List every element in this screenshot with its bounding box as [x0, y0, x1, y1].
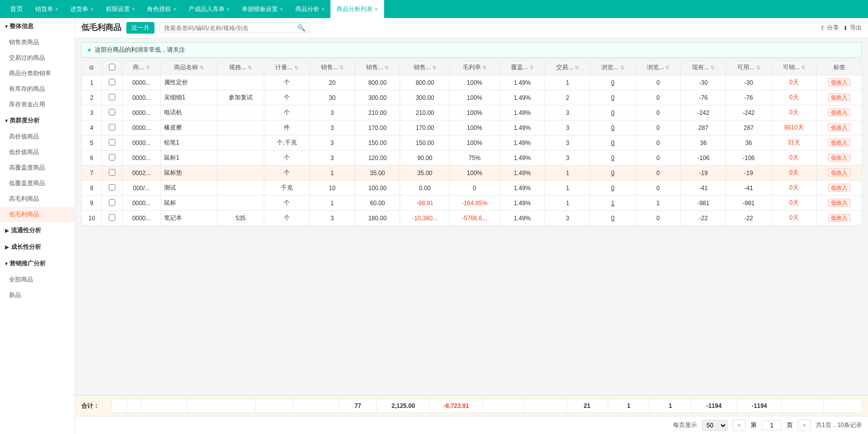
row-checkbox[interactable]: [109, 154, 115, 161]
close-permissions-icon[interactable]: ×: [132, 6, 135, 12]
period-button[interactable]: 近一月: [126, 22, 154, 34]
row-checkbox-cell[interactable]: [102, 181, 122, 196]
nav-template-settings[interactable]: 单据模板设置 ×: [236, 0, 289, 18]
views1-link[interactable]: 0: [611, 170, 615, 177]
row-views1[interactable]: 0: [590, 151, 635, 166]
col-current-stock[interactable]: 现有... ⇅: [681, 60, 726, 75]
sidebar-item-low-margin[interactable]: 低毛利商品: [0, 207, 75, 222]
row-views1[interactable]: 1: [590, 196, 635, 211]
sidebar-section-marketing[interactable]: ▾ 营销推广分析: [0, 255, 75, 272]
col-gross-margin[interactable]: 毛利率 ⇅: [450, 60, 500, 75]
share-button[interactable]: ⇧ 分享: [820, 24, 839, 32]
nav-product-analysis[interactable]: 商品分析 ×: [289, 0, 330, 18]
col-settings[interactable]: ⚙: [82, 60, 102, 75]
row-views1[interactable]: 0: [590, 135, 635, 151]
sidebar-section-flow[interactable]: ▶ 流通性分析: [0, 222, 75, 239]
sidebar-section-overall[interactable]: ▾ 整体信息: [0, 18, 75, 35]
col-sellable-days[interactable]: 可销... ⇅: [771, 60, 816, 75]
row-checkbox-cell[interactable]: [102, 90, 122, 105]
close-purchase-icon[interactable]: ×: [90, 6, 93, 12]
col-sales-profit[interactable]: 销售... ⇅: [400, 60, 450, 75]
row-checkbox[interactable]: [109, 124, 115, 130]
nav-roles[interactable]: 角色授权 ×: [141, 0, 182, 18]
export-button[interactable]: ⬇ 导出: [843, 24, 862, 32]
page-size-select[interactable]: 50 100: [702, 420, 728, 431]
col-code[interactable]: 商... ⇅: [122, 60, 161, 75]
row-checkbox-cell[interactable]: [102, 211, 122, 226]
views1-link[interactable]: 0: [611, 215, 615, 222]
prev-page-button[interactable]: ＜: [733, 419, 746, 431]
col-unit[interactable]: 计量... ⇅: [264, 60, 309, 75]
row-checkbox-cell[interactable]: [102, 120, 122, 135]
row-views1[interactable]: 0: [590, 105, 635, 120]
sidebar-item-low-value[interactable]: 低价值商品: [0, 144, 75, 160]
row-checkbox[interactable]: [109, 94, 115, 100]
row-checkbox[interactable]: [109, 79, 115, 85]
row-views1[interactable]: 0: [590, 181, 635, 196]
col-spec[interactable]: 规格... ⇅: [217, 60, 264, 75]
sidebar-item-all-goods[interactable]: 全部商品: [0, 272, 75, 287]
row-views1[interactable]: 0: [590, 166, 635, 181]
sidebar-section-cluster[interactable]: ▾ 类群度分析: [0, 112, 75, 129]
row-checkbox-cell[interactable]: [102, 75, 122, 90]
sidebar-item-new-goods[interactable]: 新品: [0, 287, 75, 303]
row-checkbox-cell[interactable]: [102, 105, 122, 120]
col-views1[interactable]: 浏览... ⇅: [590, 60, 635, 75]
views1-link[interactable]: 0: [611, 139, 615, 147]
row-checkbox[interactable]: [109, 184, 115, 191]
row-checkbox[interactable]: [109, 109, 115, 115]
nav-analysis-list[interactable]: 商品分析列表 ×: [330, 0, 384, 18]
row-checkbox[interactable]: [109, 139, 115, 146]
col-trade[interactable]: 交易... ⇅: [545, 60, 590, 75]
sidebar-item-low-coverage[interactable]: 低覆盖度商品: [0, 176, 75, 191]
sidebar-item-high-margin[interactable]: 高毛利商品: [0, 191, 75, 207]
col-available[interactable]: 可用... ⇅: [726, 60, 771, 75]
row-views1[interactable]: 0: [590, 90, 635, 105]
views1-link[interactable]: 1: [611, 200, 615, 207]
row-views1[interactable]: 0: [590, 120, 635, 135]
page-number-input[interactable]: [762, 420, 782, 430]
row-checkbox[interactable]: [109, 199, 115, 206]
nav-sales[interactable]: 销货单 ×: [29, 0, 64, 18]
sidebar-item-category-rate[interactable]: 商品分类助销率: [0, 66, 75, 81]
views1-link[interactable]: 0: [611, 79, 615, 86]
views1-link[interactable]: 0: [611, 185, 615, 192]
views1-link[interactable]: 0: [611, 155, 615, 162]
sidebar-item-high-coverage[interactable]: 高覆盖度商品: [0, 160, 75, 176]
sidebar-item-stocked-goods[interactable]: 有库存的商品: [0, 81, 75, 97]
next-page-button[interactable]: ＞: [798, 419, 811, 431]
row-views1[interactable]: 0: [590, 211, 635, 226]
search-input[interactable]: [164, 25, 297, 32]
select-all-checkbox[interactable]: [109, 64, 115, 70]
col-sales-qty[interactable]: 销售... ⇅: [309, 60, 355, 75]
sidebar-item-sales-goods[interactable]: 销售类商品: [0, 35, 75, 50]
col-sales-price[interactable]: 销售... ⇅: [355, 60, 400, 75]
row-checkbox-cell[interactable]: [102, 135, 122, 151]
sidebar-item-traded-goods[interactable]: 交易过的商品: [0, 50, 75, 66]
row-checkbox[interactable]: [109, 169, 115, 176]
row-views1[interactable]: 0: [590, 75, 635, 90]
col-name[interactable]: 商品名称 ⇅: [161, 60, 217, 75]
row-checkbox-cell[interactable]: [102, 151, 122, 166]
row-checkbox[interactable]: [109, 214, 115, 221]
nav-home[interactable]: 首页: [4, 0, 29, 18]
col-checkbox[interactable]: [102, 60, 122, 75]
close-roles-icon[interactable]: ×: [173, 6, 176, 12]
views1-link[interactable]: 0: [611, 124, 615, 131]
row-checkbox-cell[interactable]: [102, 196, 122, 211]
row-checkbox-cell[interactable]: [102, 166, 122, 181]
close-template-icon[interactable]: ×: [280, 6, 283, 12]
col-coverage[interactable]: 覆盖... ⇅: [499, 60, 545, 75]
close-product-analysis-icon[interactable]: ×: [321, 6, 324, 12]
nav-product-entry[interactable]: 产成品入库单 ×: [183, 0, 236, 18]
nav-permissions[interactable]: 权限设置 ×: [100, 0, 141, 18]
close-product-entry-icon[interactable]: ×: [227, 6, 230, 12]
sidebar-item-high-value[interactable]: 高价值商品: [0, 129, 75, 144]
sidebar-item-stock-capital[interactable]: 库存资金占用: [0, 97, 75, 112]
close-analysis-list-icon[interactable]: ×: [375, 6, 378, 12]
close-sales-icon[interactable]: ×: [55, 6, 58, 12]
views1-link[interactable]: 0: [611, 109, 615, 116]
sidebar-section-growth[interactable]: ▶ 成长性分析: [0, 239, 75, 255]
views1-link[interactable]: 0: [611, 94, 615, 101]
col-views2[interactable]: 浏览... ⇅: [635, 60, 680, 75]
